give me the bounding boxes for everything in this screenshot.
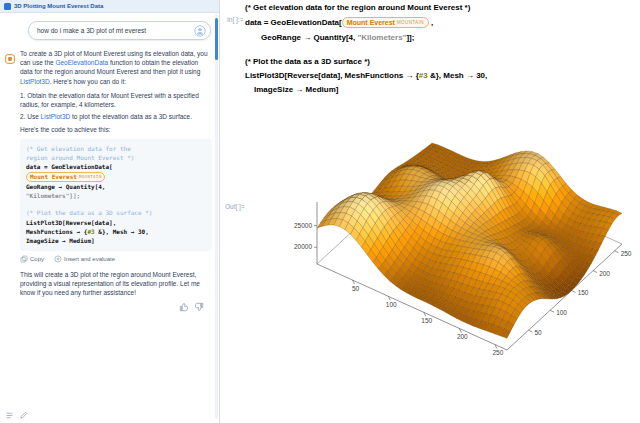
notebook-assistant-icon xyxy=(4,3,11,10)
code-comment: region around Mount Everest *) xyxy=(26,153,206,162)
intro-text: . Here's how you can do it: xyxy=(50,78,126,85)
svg-text:200: 200 xyxy=(457,333,468,340)
entity-type: MOUNTAIN xyxy=(397,20,424,25)
insert-evaluate-button[interactable]: Insert and evaluate xyxy=(54,255,115,263)
geoelevationdata-link[interactable]: GeoElevationData xyxy=(55,59,108,66)
feedback-row xyxy=(20,302,212,312)
mount-everest-entity-chip[interactable]: Mount EverestMOUNTAIN xyxy=(26,172,105,182)
notebook-panel[interactable]: In[ ]:= (* Get elevation data for the re… xyxy=(221,0,640,423)
notebook-code-line: data = GeoElevationData[Mount EverestMOU… xyxy=(245,17,433,28)
slot-token: #3 xyxy=(419,71,428,80)
copy-label: Copy xyxy=(30,256,44,262)
svg-text:25000: 25000 xyxy=(294,222,312,229)
chat-panel: 3D Plotting Mount Everest Data how do i … xyxy=(0,0,220,423)
code-line: ImageSize → Medium] xyxy=(26,236,206,245)
code-line: MeshFunctions → {#3 &}, Mesh → 30, xyxy=(26,227,206,236)
svg-text:50: 50 xyxy=(352,285,360,292)
chat-scrollbar[interactable] xyxy=(215,14,218,419)
code-line: Mount EverestMOUNTAIN xyxy=(26,172,206,182)
code-line: GeoRange → Quantity[4, xyxy=(26,182,206,191)
svg-text:20000: 20000 xyxy=(294,243,312,250)
code-line: data = GeoElevationData[ xyxy=(26,162,206,171)
svg-text:250: 250 xyxy=(621,250,632,257)
entity-type: MOUNTAIN xyxy=(79,174,101,179)
code-comment: (* Plot the data as a 3D surface *) xyxy=(26,208,206,217)
response-intro: To create a 3D plot of Mount Everest usi… xyxy=(20,49,212,86)
assistant-icon xyxy=(5,49,16,312)
code-string: "Kilometers"]]; xyxy=(26,192,80,199)
code-block[interactable]: (* Get elevation data for the region aro… xyxy=(20,139,212,251)
chat-toolbar xyxy=(5,411,28,420)
chat-tab-title: 3D Plotting Mount Everest Data xyxy=(14,3,103,9)
in-label: In[ ]:= xyxy=(227,16,243,23)
mount-everest-entity-chip[interactable]: Mount EverestMOUNTAIN xyxy=(342,17,429,28)
app-window: 3D Plotting Mount Everest Data how do i … xyxy=(0,0,640,423)
listplot3d-link[interactable]: ListPlot3D xyxy=(20,78,50,85)
thumbs-up-icon[interactable] xyxy=(179,302,189,312)
step-1: 1. Obtain the elevation data for Mount E… xyxy=(20,91,212,109)
notebook-comment: (* Plot the data as a 3D surface *) xyxy=(245,57,370,66)
code-lead: Here's the code to achieve this: xyxy=(20,125,212,134)
svg-text:150: 150 xyxy=(578,289,589,296)
svg-text:250: 250 xyxy=(492,349,503,356)
entity-name: Mount Everest xyxy=(347,19,395,26)
chat-scrollbar-thumb[interactable] xyxy=(215,18,218,60)
svg-text:100: 100 xyxy=(556,309,567,316)
user-message[interactable]: how do i make a 3D plot of mt everest xyxy=(28,21,211,40)
chat-list-icon[interactable] xyxy=(5,411,14,420)
entity-name: Mount Everest xyxy=(30,173,77,180)
code-string: "Kilometers" xyxy=(357,33,406,42)
response-outro: This will create a 3D plot of the region… xyxy=(20,270,212,298)
svg-text:200: 200 xyxy=(599,270,610,277)
step-2: 2. Use ListPlot3D to plot the elevation … xyxy=(20,112,212,121)
copy-button[interactable]: Copy xyxy=(20,255,44,263)
code-line: "Kilometers"]]; xyxy=(26,191,206,200)
slot-token: #3 xyxy=(87,228,94,235)
notebook-code-line: ListPlot3D[Reverse[data], MeshFunctions … xyxy=(245,71,487,80)
insert-evaluate-icon xyxy=(54,255,62,263)
code-line: ListPlot3D[Reverse[data], xyxy=(26,218,206,227)
svg-text:150: 150 xyxy=(421,317,432,324)
new-chat-pencil-icon[interactable] xyxy=(19,411,28,420)
assistant-response-body: To create a 3D plot of Mount Everest usi… xyxy=(20,49,212,312)
notebook-comment: (* Get elevation data for the region aro… xyxy=(245,3,470,12)
copy-icon xyxy=(20,255,28,263)
notebook-code-line: ImageSize → Medium] xyxy=(254,85,338,94)
code-blank-line xyxy=(26,200,206,208)
3d-surface-plot[interactable]: 25000200005010015020025050100150200250 xyxy=(287,96,639,408)
thumbs-down-icon[interactable] xyxy=(194,302,204,312)
listplot3d-link[interactable]: ListPlot3D xyxy=(41,113,71,120)
code-comment: (* Get elevation data for the xyxy=(26,144,206,153)
step2-text: 2. Use xyxy=(20,113,41,120)
chat-tab[interactable]: 3D Plotting Mount Everest Data xyxy=(0,0,219,13)
out-label: Out[ ]= xyxy=(225,203,245,210)
step2-text: to plot the elevation data as a 3D surfa… xyxy=(70,113,192,120)
svg-text:100: 100 xyxy=(386,301,397,308)
code-action-row: Copy Insert and evaluate xyxy=(20,255,212,263)
insert-evaluate-label: Insert and evaluate xyxy=(64,256,115,262)
user-message-text: how do i make a 3D plot of mt everest xyxy=(37,27,146,34)
svg-text:50: 50 xyxy=(535,329,543,336)
notebook-code-line: GeoRange → Quantity[4, "Kilometers"]]; xyxy=(261,33,414,42)
user-avatar-icon xyxy=(194,25,206,37)
assistant-response: To create a 3D plot of Mount Everest usi… xyxy=(5,49,212,312)
